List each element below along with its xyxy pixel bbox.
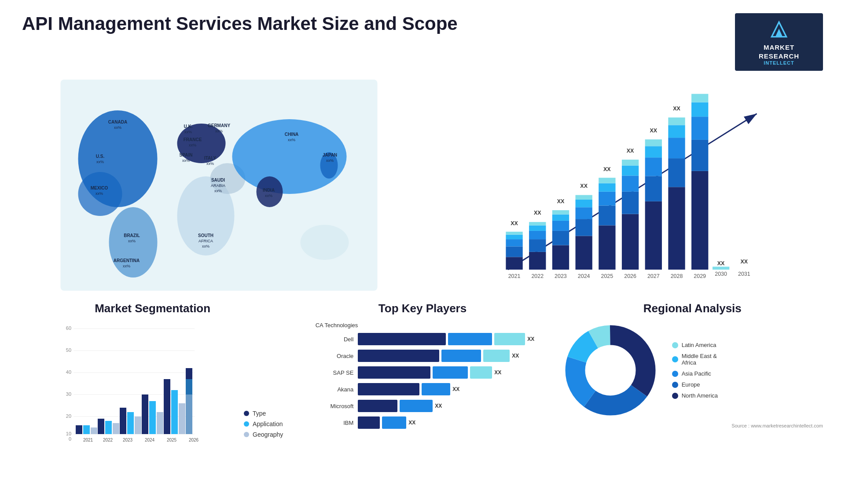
- player-akana: Akana XX: [301, 383, 544, 395]
- bar-ibm-label: XX: [408, 420, 415, 426]
- svg-rect-75: [599, 225, 615, 270]
- svg-rect-77: [599, 192, 615, 206]
- bar-akana-dark: [358, 383, 419, 395]
- svg-rect-133: [113, 423, 119, 434]
- world-map: CANADA xx% U.S. xx% MEXICO xx% BRAZIL xx…: [22, 80, 416, 291]
- legend-north-america: North America: [672, 392, 718, 399]
- bar-oracle-label: XX: [512, 353, 519, 359]
- dot-asia-pacific: [672, 371, 678, 377]
- svg-text:xx%: xx%: [206, 161, 214, 166]
- svg-rect-128: [83, 425, 90, 434]
- svg-rect-92: [645, 146, 662, 157]
- svg-text:2025: 2025: [601, 273, 614, 279]
- svg-text:xx%: xx%: [123, 264, 130, 268]
- legend-geography: Geography: [244, 431, 283, 438]
- svg-text:2021: 2021: [83, 438, 93, 442]
- svg-rect-131: [98, 419, 104, 434]
- svg-rect-105: [691, 117, 708, 140]
- label-north-america: North America: [682, 392, 718, 399]
- svg-text:2024: 2024: [145, 438, 155, 442]
- svg-text:CANADA: CANADA: [108, 120, 127, 124]
- svg-rect-68: [576, 236, 592, 270]
- legend-label-geography: Geography: [253, 431, 283, 438]
- players-list: CA Technologies Dell XX Oracle: [292, 322, 553, 429]
- player-bar-ibm: XX: [358, 416, 544, 429]
- svg-rect-132: [105, 421, 112, 434]
- dot-latin-america: [672, 342, 678, 348]
- key-players-section: Top Key Players CA Technologies Dell XX: [292, 302, 553, 447]
- svg-text:xx%: xx%: [288, 138, 295, 142]
- legend-dot-geography: [244, 432, 249, 437]
- svg-rect-61: [552, 245, 569, 270]
- label-asia-pacific: Asia Pacific: [682, 370, 711, 377]
- svg-rect-83: [622, 192, 639, 214]
- svg-text:XX: XX: [627, 148, 634, 154]
- svg-text:40: 40: [66, 369, 71, 375]
- bar-sap-mid: [433, 366, 468, 379]
- svg-rect-63: [552, 221, 569, 231]
- svg-text:2021: 2021: [508, 273, 521, 279]
- bar-ibm-mid: [382, 416, 406, 429]
- seg-svg: 60 50 40 30 20 10: [22, 322, 235, 445]
- svg-text:2024: 2024: [578, 273, 590, 279]
- svg-rect-78: [599, 183, 615, 192]
- svg-rect-55: [529, 239, 546, 252]
- bar-sap-light: [470, 366, 492, 379]
- svg-text:XX: XX: [696, 88, 704, 90]
- svg-rect-127: [76, 425, 82, 434]
- svg-rect-70: [576, 207, 592, 219]
- label-europe: Europe: [682, 381, 700, 388]
- svg-rect-47: [506, 257, 522, 270]
- donut-svg: [562, 322, 659, 419]
- svg-marker-1: [775, 29, 783, 37]
- svg-rect-49: [506, 239, 522, 246]
- svg-rect-137: [135, 416, 141, 434]
- svg-text:xx%: xx%: [114, 125, 121, 130]
- seg-container: 60 50 40 30 20 10: [22, 322, 283, 447]
- seg-chart: 60 50 40 30 20 10: [22, 322, 235, 447]
- player-ca-tech: CA Technologies: [301, 322, 544, 329]
- bar-ibm-dark: [358, 416, 380, 429]
- svg-text:2030: 2030: [715, 271, 727, 277]
- svg-text:xx%: xx%: [265, 194, 272, 198]
- svg-text:2023: 2023: [123, 438, 133, 442]
- svg-rect-99: [668, 125, 685, 138]
- bar-akana-mid: [422, 383, 450, 395]
- svg-text:XX: XX: [511, 220, 518, 226]
- svg-text:20: 20: [66, 413, 71, 419]
- svg-rect-141: [157, 412, 163, 434]
- svg-text:ITALY: ITALY: [204, 156, 217, 161]
- svg-rect-104: [691, 140, 708, 171]
- player-name-ca: CA Technologies: [301, 322, 358, 329]
- svg-text:AFRICA: AFRICA: [198, 239, 213, 243]
- segmentation-section: Market Segmentation 60 50 40 30 20 10: [22, 302, 283, 447]
- svg-rect-129: [91, 427, 97, 434]
- player-microsoft: Microsoft XX: [301, 400, 544, 412]
- svg-rect-144: [171, 390, 178, 434]
- svg-text:10: 10: [66, 431, 71, 436]
- svg-text:0: 0: [69, 436, 71, 442]
- bar-akana-label: XX: [452, 386, 459, 392]
- svg-text:XX: XX: [534, 210, 541, 216]
- svg-rect-48: [506, 246, 522, 257]
- player-bar-akana: XX: [358, 383, 544, 395]
- svg-rect-100: [668, 117, 685, 125]
- svg-text:XX: XX: [717, 261, 725, 267]
- svg-text:SPAIN: SPAIN: [180, 153, 193, 157]
- svg-rect-112: [713, 267, 729, 270]
- bar-oracle-mid: [441, 350, 481, 362]
- dot-middle-east-africa: [672, 356, 678, 362]
- map-svg: CANADA xx% U.S. xx% MEXICO xx% BRAZIL xx…: [22, 80, 416, 291]
- svg-text:U.S.: U.S.: [96, 154, 105, 159]
- svg-rect-64: [552, 215, 569, 221]
- bar-oracle-dark: [358, 350, 439, 362]
- donut-area: Latin America Middle East &Africa Asia P…: [562, 322, 823, 419]
- svg-point-157: [586, 346, 635, 394]
- svg-rect-72: [576, 195, 592, 200]
- svg-rect-140: [149, 401, 156, 434]
- svg-text:2022: 2022: [103, 438, 113, 442]
- svg-rect-93: [645, 139, 662, 146]
- svg-text:INDIA: INDIA: [263, 188, 275, 193]
- bar-sap-dark: [358, 366, 430, 379]
- svg-rect-57: [529, 225, 546, 230]
